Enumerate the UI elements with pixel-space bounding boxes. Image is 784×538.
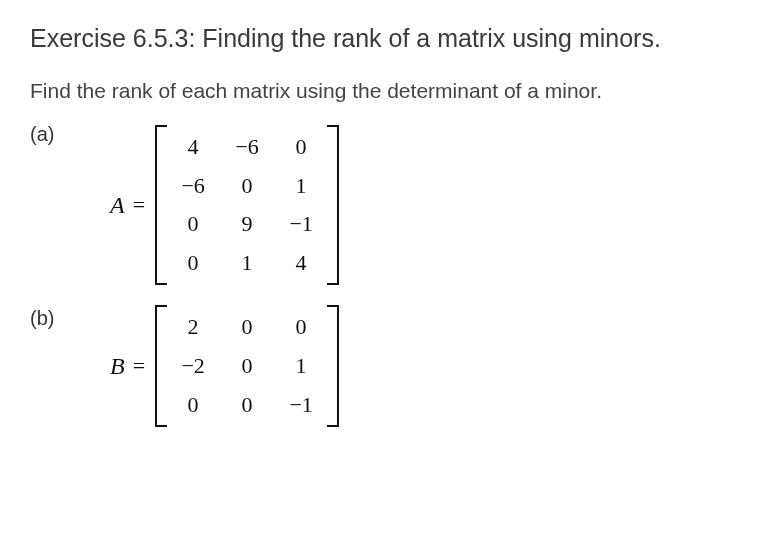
matrix-a-block: A = 4 −6 0 −6 0 1 0 9 −1 0 1 4	[110, 125, 339, 285]
matrix-cell: 0	[287, 133, 315, 162]
part-b-label: (b)	[30, 305, 110, 330]
left-bracket-icon	[155, 305, 165, 427]
exercise-instruction: Find the rank of each matrix using the d…	[30, 79, 754, 103]
matrix-b-grid: 2 0 0 −2 0 1 0 0 −1	[165, 305, 329, 427]
matrix-cell: −6	[179, 172, 207, 201]
matrix-cell: 0	[233, 172, 261, 201]
matrix-a-brackets: 4 −6 0 −6 0 1 0 9 −1 0 1 4	[155, 125, 339, 285]
matrix-cell: 9	[233, 210, 261, 239]
matrix-cell: 0	[233, 352, 261, 381]
matrix-cell: 1	[287, 352, 315, 381]
matrix-cell: 0	[179, 391, 207, 420]
matrix-cell: −1	[287, 210, 315, 239]
part-b: (b) B = 2 0 0 −2 0 1 0 0 −1	[30, 305, 754, 427]
matrix-cell: 0	[179, 249, 207, 278]
exercise-title: Exercise 6.5.3: Finding the rank of a ma…	[30, 24, 754, 53]
right-bracket-icon	[329, 125, 339, 285]
part-a-label: (a)	[30, 121, 110, 146]
matrix-cell: 0	[233, 391, 261, 420]
matrix-cell: −1	[287, 391, 315, 420]
equals-sign: =	[133, 353, 145, 379]
matrix-cell: 1	[233, 249, 261, 278]
matrix-cell: 1	[287, 172, 315, 201]
matrix-a-name: A	[110, 192, 125, 219]
part-a: (a) A = 4 −6 0 −6 0 1 0 9 −1 0 1 4	[30, 121, 754, 285]
matrix-cell: 0	[287, 313, 315, 342]
matrix-a-grid: 4 −6 0 −6 0 1 0 9 −1 0 1 4	[165, 125, 329, 285]
matrix-b-name: B	[110, 353, 125, 380]
matrix-cell: 0	[179, 210, 207, 239]
matrix-cell: 0	[233, 313, 261, 342]
right-bracket-icon	[329, 305, 339, 427]
left-bracket-icon	[155, 125, 165, 285]
matrix-b-brackets: 2 0 0 −2 0 1 0 0 −1	[155, 305, 339, 427]
matrix-cell: 4	[287, 249, 315, 278]
matrix-cell: −6	[233, 133, 261, 162]
matrix-cell: 2	[179, 313, 207, 342]
matrix-cell: 4	[179, 133, 207, 162]
matrix-b-block: B = 2 0 0 −2 0 1 0 0 −1	[110, 305, 339, 427]
matrix-cell: −2	[179, 352, 207, 381]
equals-sign: =	[133, 192, 145, 218]
